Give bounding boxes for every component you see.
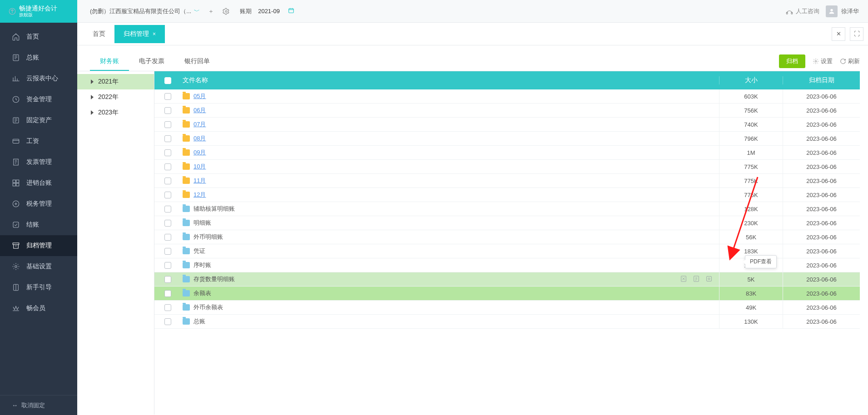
settings-icon[interactable] xyxy=(222,7,231,16)
inner-tab-0[interactable]: 财务账 xyxy=(90,53,129,71)
excel-download-icon[interactable] xyxy=(680,275,687,284)
row-checkbox[interactable] xyxy=(164,206,171,212)
row-checkbox[interactable] xyxy=(164,318,171,325)
brand-icon xyxy=(8,7,16,15)
sidebar-item-4[interactable]: 固定资产 xyxy=(0,110,77,131)
page-tab-0[interactable]: 首页 xyxy=(84,25,114,43)
sidebar-item-6[interactable]: 发票管理 xyxy=(0,152,77,173)
row-checkbox[interactable] xyxy=(164,163,171,170)
pdf-download-icon[interactable] xyxy=(693,275,700,284)
company-selector[interactable]: (勿删）江西服宝精品有限责任公司（... ﹀ xyxy=(90,7,200,15)
row-size: 5K xyxy=(719,272,783,286)
sidebar-item-12[interactable]: 新手引导 xyxy=(0,277,77,298)
row-checkbox[interactable] xyxy=(164,192,171,198)
sidebar-item-label: 总账 xyxy=(26,54,39,62)
row-checkbox[interactable] xyxy=(164,107,171,114)
pdf-view-icon[interactable] xyxy=(705,275,713,284)
file-link[interactable]: 12月 xyxy=(193,191,206,199)
add-icon[interactable]: ＋ xyxy=(206,7,215,16)
sidebar-item-10[interactable]: 归档管理 xyxy=(0,235,77,256)
table-row: 12月775K2023-06-06 xyxy=(154,188,860,202)
row-checkbox[interactable] xyxy=(164,93,171,100)
period-value[interactable]: 2021-09 xyxy=(258,8,280,15)
file-link[interactable]: 07月 xyxy=(193,120,206,128)
row-date: 2023-06-06 xyxy=(783,202,860,216)
folder-icon xyxy=(183,248,190,254)
sidebar-pin-toggle[interactable]: ↔ 取消固定 xyxy=(0,395,77,415)
year-item-1[interactable]: 2022年 xyxy=(77,89,154,105)
sidebar-item-7[interactable]: 进销台账 xyxy=(0,173,77,193)
help-link[interactable]: 人工咨询 xyxy=(786,7,819,15)
file-link[interactable]: 09月 xyxy=(193,148,206,157)
file-link[interactable]: 10月 xyxy=(193,163,206,171)
sidebar-item-1[interactable]: 总账 xyxy=(0,47,77,68)
row-date: 2023-06-06 xyxy=(783,287,860,300)
svg-rect-7 xyxy=(16,180,19,183)
page-tab-1[interactable]: 归档管理× xyxy=(114,25,165,43)
file-link[interactable]: 08月 xyxy=(193,134,206,143)
close-icon[interactable]: × xyxy=(153,31,156,37)
close-tab-button[interactable]: ✕ xyxy=(832,27,845,41)
refresh-action-label: 刷新 xyxy=(848,57,860,65)
sidebar-item-13[interactable]: 畅会员 xyxy=(0,298,77,319)
inner-tab-1[interactable]: 电子发票 xyxy=(129,53,174,71)
tooltip-pdf-view: PDF查看 xyxy=(745,255,777,268)
sidebar-item-11[interactable]: 基础设置 xyxy=(0,256,77,277)
svg-rect-22 xyxy=(694,276,699,282)
archive-button[interactable]: 归档 xyxy=(779,54,805,68)
sidebar-item-label: 固定资产 xyxy=(26,116,52,124)
row-checkbox[interactable] xyxy=(164,149,171,156)
table-row: 明细账230K2023-06-06 xyxy=(154,216,860,230)
inner-tab-2[interactable]: 银行回单 xyxy=(174,53,220,71)
sidebar-item-9[interactable]: 结账 xyxy=(0,214,77,235)
year-item-0[interactable]: 2021年 xyxy=(77,74,154,89)
refresh-action[interactable]: 刷新 xyxy=(840,57,860,65)
row-checkbox[interactable] xyxy=(164,178,171,184)
svg-point-13 xyxy=(15,266,17,268)
row-checkbox[interactable] xyxy=(164,276,171,283)
sidebar-item-label: 税务管理 xyxy=(26,200,52,208)
row-checkbox[interactable] xyxy=(164,234,171,241)
file-link[interactable]: 05月 xyxy=(193,92,206,100)
year-item-2[interactable]: 2023年 xyxy=(77,105,154,120)
sidebar-item-2[interactable]: 云报表中心 xyxy=(0,68,77,89)
folder-icon xyxy=(183,290,190,296)
table-row: 外币明细账56K2023-06-06 xyxy=(154,230,860,244)
sidebar-item-3[interactable]: 资金管理 xyxy=(0,89,77,110)
select-all-checkbox[interactable] xyxy=(164,77,171,84)
svg-rect-6 xyxy=(13,180,15,183)
svg-point-20 xyxy=(815,60,817,62)
row-checkbox[interactable] xyxy=(164,248,171,255)
calendar-icon[interactable] xyxy=(288,7,294,15)
col-header-size: 大小 xyxy=(719,76,783,84)
user-name: 徐泽华 xyxy=(841,7,859,15)
fullscreen-button[interactable]: ⛶ xyxy=(850,27,863,41)
row-date: 2023-06-06 xyxy=(783,118,860,131)
sidebar-item-5[interactable]: 工资 xyxy=(0,131,77,152)
row-checkbox[interactable] xyxy=(164,220,171,227)
row-checkbox[interactable] xyxy=(164,290,171,297)
row-checkbox[interactable] xyxy=(164,262,171,269)
row-date: 2023-06-06 xyxy=(783,89,860,103)
row-checkbox[interactable] xyxy=(164,304,171,311)
row-checkbox[interactable] xyxy=(164,121,171,128)
sidebar-item-label: 工资 xyxy=(26,137,39,145)
svg-rect-11 xyxy=(13,222,19,227)
row-size: 775K xyxy=(719,160,783,173)
sidebar-item-8[interactable]: 税务管理 xyxy=(0,193,77,214)
row-checkbox[interactable] xyxy=(164,135,171,142)
row-size: 603K xyxy=(719,89,783,103)
folder-icon xyxy=(183,304,190,311)
col-header-date: 归档日期 xyxy=(783,76,860,84)
page-tab-label: 归档管理 xyxy=(124,30,149,38)
settings-action[interactable]: 设置 xyxy=(813,57,833,65)
file-link[interactable]: 11月 xyxy=(193,177,206,185)
sidebar-item-label: 新手引导 xyxy=(26,283,52,291)
svg-rect-9 xyxy=(16,183,19,186)
row-size: 796K xyxy=(719,132,783,145)
sidebar-item-0[interactable]: 首页 xyxy=(0,26,77,47)
file-link[interactable]: 06月 xyxy=(193,106,206,114)
user-menu[interactable]: 徐泽华 xyxy=(826,5,859,17)
wallet-icon xyxy=(12,95,20,104)
svg-point-15 xyxy=(225,10,227,12)
